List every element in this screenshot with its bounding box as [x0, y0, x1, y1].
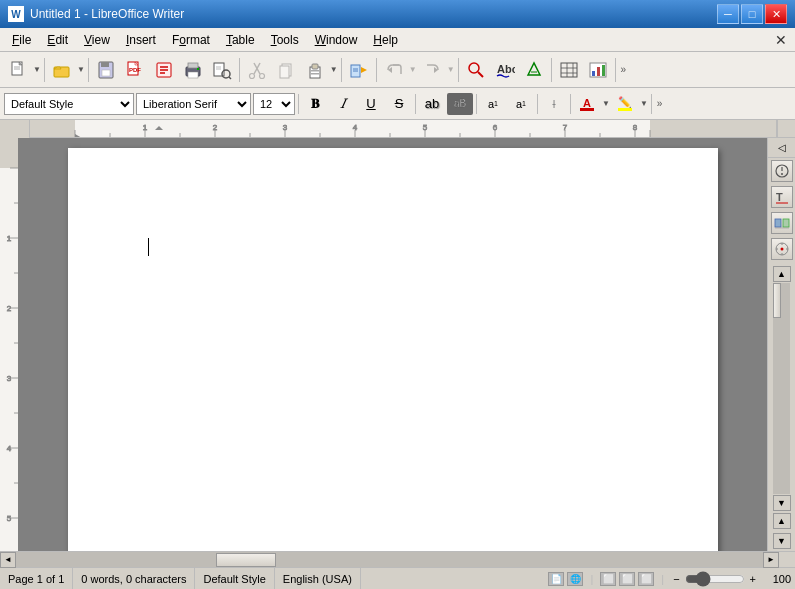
status-extra-3[interactable]: ⬜: [638, 572, 654, 586]
remove-format-button[interactable]: I: [541, 93, 567, 115]
new-button[interactable]: [4, 56, 32, 84]
menu-file[interactable]: File: [4, 31, 39, 49]
menu-edit[interactable]: Edit: [39, 31, 76, 49]
shadow-text-button[interactable]: ab: [419, 93, 445, 115]
underline-button[interactable]: U: [358, 93, 384, 115]
copy-button[interactable]: [272, 56, 300, 84]
spellcheck-button[interactable]: Abc: [491, 56, 519, 84]
svg-text:Abc: Abc: [497, 63, 515, 75]
format-overflow-button[interactable]: »: [655, 98, 665, 109]
next-page-button[interactable]: ▼: [773, 533, 791, 549]
font-size-select[interactable]: 12 10 14 16 18: [253, 93, 295, 115]
status-separator-2: |: [661, 573, 664, 585]
sidebar-gallery-button[interactable]: [771, 212, 793, 234]
status-extra-1[interactable]: ⬜: [600, 572, 616, 586]
svg-rect-7: [102, 70, 110, 76]
view-web-icon[interactable]: 🌐: [567, 572, 583, 586]
minimize-button[interactable]: ─: [717, 4, 739, 24]
menu-close-button[interactable]: ✕: [771, 32, 791, 48]
text-cursor: [148, 238, 149, 256]
bold-button[interactable]: 𝐁: [302, 93, 328, 115]
save-button[interactable]: [92, 56, 120, 84]
svg-rect-33: [311, 73, 319, 75]
paste-dropdown-arrow[interactable]: ▼: [330, 65, 338, 74]
redo-dropdown-arrow[interactable]: ▼: [447, 65, 455, 74]
svg-line-41: [478, 72, 483, 77]
strikethrough-button[interactable]: S: [386, 93, 412, 115]
svg-rect-29: [280, 66, 289, 78]
svg-point-26: [249, 73, 254, 78]
italic-button[interactable]: 𝐼: [330, 93, 356, 115]
chart-button[interactable]: [584, 56, 612, 84]
outline-text-button[interactable]: aB: [447, 93, 473, 115]
menu-table[interactable]: Table: [218, 31, 263, 49]
edit-doc-button[interactable]: [150, 56, 178, 84]
sidebar-navigator-button[interactable]: [771, 238, 793, 260]
subscript-button[interactable]: a1: [508, 93, 534, 115]
status-extra-2[interactable]: ⬜: [619, 572, 635, 586]
auto-spellcheck-button[interactable]: [520, 56, 548, 84]
horizontal-scrollbar-thumb[interactable]: [216, 553, 276, 567]
sidebar-properties-button[interactable]: [771, 160, 793, 182]
redo-button[interactable]: [418, 56, 446, 84]
font-color-button[interactable]: A: [574, 93, 600, 115]
menu-window[interactable]: Window: [307, 31, 366, 49]
menu-help[interactable]: Help: [365, 31, 406, 49]
table-button[interactable]: [555, 56, 583, 84]
print-preview-button[interactable]: [208, 56, 236, 84]
zoom-level-label[interactable]: 100: [761, 573, 791, 585]
svg-point-40: [469, 63, 479, 73]
toolbar-separator-3: [239, 58, 240, 82]
cut-button[interactable]: [243, 56, 271, 84]
zoom-plus-button[interactable]: +: [748, 573, 758, 585]
document-area[interactable]: [18, 138, 767, 551]
scroll-down-button[interactable]: ▼: [773, 495, 791, 511]
svg-rect-17: [188, 72, 198, 78]
save-pdf-button[interactable]: PDF: [121, 56, 149, 84]
document-page[interactable]: [68, 148, 718, 551]
superscript-button[interactable]: a1: [480, 93, 506, 115]
maximize-button[interactable]: □: [741, 4, 763, 24]
svg-text:7: 7: [563, 123, 568, 132]
svg-rect-55: [650, 120, 776, 137]
format-separator-6: [651, 94, 652, 114]
prev-page-button[interactable]: ▲: [773, 513, 791, 529]
font-name-select[interactable]: Liberation Serif Liberation Sans Arial: [136, 93, 251, 115]
zoom-slider[interactable]: [685, 574, 745, 584]
new-dropdown-arrow[interactable]: ▼: [33, 65, 41, 74]
menu-view[interactable]: View: [76, 31, 118, 49]
undo-button[interactable]: [380, 56, 408, 84]
open-button[interactable]: [48, 56, 76, 84]
sidebar-styles-button[interactable]: T: [771, 186, 793, 208]
view-normal-icon[interactable]: 📄: [548, 572, 564, 586]
svg-text:6: 6: [493, 123, 498, 132]
status-bar: Page 1 of 1 0 words, 0 characters Defaul…: [0, 567, 795, 589]
sidebar-expand-button[interactable]: ◁: [768, 138, 795, 158]
menu-insert[interactable]: Insert: [118, 31, 164, 49]
main-toolbar: ▼ ▼ PDF ▼: [0, 52, 795, 88]
menu-tools[interactable]: Tools: [263, 31, 307, 49]
undo-dropdown-arrow[interactable]: ▼: [409, 65, 417, 74]
paste-button[interactable]: [301, 56, 329, 84]
print-button[interactable]: [179, 56, 207, 84]
close-button[interactable]: ✕: [765, 4, 787, 24]
language-status[interactable]: English (USA): [275, 568, 361, 589]
scroll-up-button[interactable]: ▲: [773, 266, 791, 282]
highlight-button[interactable]: ✏️: [612, 93, 638, 115]
clone-format-button[interactable]: [345, 56, 373, 84]
menu-format[interactable]: Format: [164, 31, 218, 49]
font-color-dropdown-arrow[interactable]: ▼: [602, 99, 610, 108]
window-title: Untitled 1 - LibreOffice Writer: [30, 7, 184, 21]
status-separator: |: [590, 573, 593, 585]
svg-text:4: 4: [7, 444, 12, 453]
vertical-scrollbar-thumb[interactable]: [773, 283, 781, 318]
zoom-minus-button[interactable]: −: [671, 573, 681, 585]
scroll-left-button[interactable]: ◄: [0, 552, 16, 568]
toolbar-overflow-button[interactable]: »: [619, 64, 629, 75]
open-dropdown-arrow[interactable]: ▼: [77, 65, 85, 74]
highlight-dropdown-arrow[interactable]: ▼: [640, 99, 648, 108]
svg-text:T: T: [776, 191, 783, 203]
scroll-right-button[interactable]: ►: [763, 552, 779, 568]
paragraph-style-select[interactable]: Default Style Heading 1 Heading 2: [4, 93, 134, 115]
find-button[interactable]: [462, 56, 490, 84]
